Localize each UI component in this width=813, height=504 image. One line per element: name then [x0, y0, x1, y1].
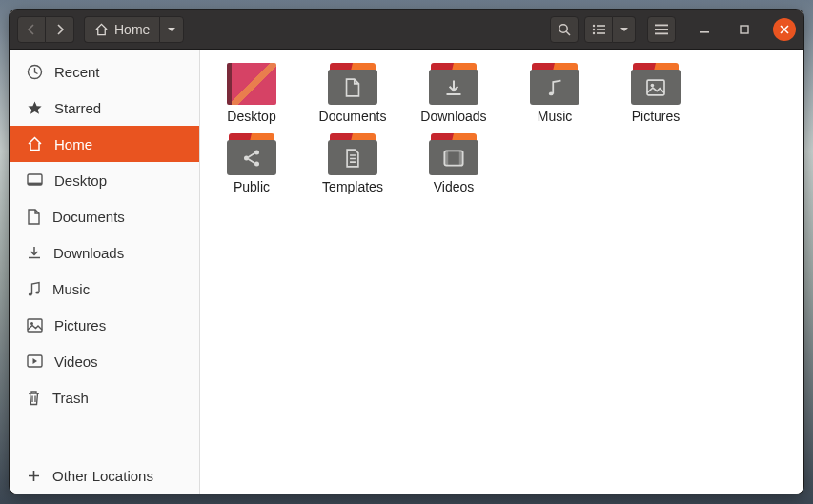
videos-icon	[27, 354, 43, 368]
sidebar-item-label: Trash	[52, 390, 89, 406]
folder-icon	[429, 63, 478, 105]
file-label: Pictures	[632, 109, 681, 124]
list-icon	[592, 24, 605, 35]
view-mode-group	[584, 16, 636, 43]
svg-rect-15	[28, 182, 42, 184]
svg-point-4	[593, 28, 595, 30]
file-item-downloads[interactable]: Downloads	[412, 63, 496, 124]
file-item-videos[interactable]: Videos	[412, 133, 496, 194]
svg-point-0	[559, 24, 567, 31]
sidebar-item-videos[interactable]: Videos	[10, 343, 199, 379]
file-label: Downloads	[420, 109, 486, 124]
download-glyph-icon	[444, 78, 463, 97]
close-icon	[780, 25, 789, 34]
svg-rect-29	[459, 151, 463, 165]
sidebar-item-documents[interactable]: Documents	[10, 198, 199, 234]
folder-icon	[631, 63, 681, 105]
sidebar-item-downloads[interactable]: Downloads	[10, 234, 199, 271]
folder-icon	[429, 133, 478, 175]
file-label: Music	[538, 109, 573, 124]
svg-point-2	[593, 24, 595, 26]
download-icon	[27, 245, 42, 260]
sidebar-item-recent[interactable]: Recent	[10, 53, 199, 90]
svg-point-6	[593, 31, 595, 33]
templates-glyph-icon	[343, 149, 362, 168]
path-dropdown-button[interactable]	[159, 16, 184, 43]
sidebar-item-label: Pictures	[54, 317, 106, 333]
sidebar-item-label: Videos	[54, 353, 98, 370]
sidebar-item-label: Other Locations	[52, 468, 153, 484]
maximize-icon	[740, 25, 749, 34]
view-dropdown-button[interactable]	[613, 16, 636, 43]
svg-rect-5	[597, 29, 605, 30]
back-button[interactable]	[17, 16, 46, 43]
titlebar: Home	[10, 10, 803, 50]
trash-icon	[27, 390, 41, 406]
svg-point-21	[549, 91, 554, 95]
videos-glyph-icon	[443, 150, 464, 167]
search-button[interactable]	[550, 16, 579, 43]
svg-rect-18	[28, 319, 42, 332]
maximize-button[interactable]	[733, 18, 756, 41]
file-item-documents[interactable]: Documents	[311, 63, 395, 124]
minimize-icon	[700, 25, 709, 34]
sidebar-item-label: Music	[52, 281, 90, 297]
file-item-pictures[interactable]: Pictures	[614, 63, 698, 124]
file-manager-window: Home	[10, 10, 803, 494]
sidebar-item-music[interactable]: Music	[10, 271, 199, 307]
sidebar-item-desktop[interactable]: Desktop	[10, 162, 199, 198]
svg-rect-28	[444, 151, 448, 165]
nav-group	[17, 16, 74, 43]
minimize-button[interactable]	[693, 18, 716, 41]
sidebar-item-starred[interactable]: Starred	[10, 90, 199, 126]
titlebar-right-group	[550, 16, 796, 43]
sidebar-item-trash[interactable]: Trash	[10, 379, 199, 415]
document-glyph-icon	[344, 78, 361, 97]
svg-point-17	[35, 291, 39, 293]
sidebar: Recent Starred Home Desktop Documents Do…	[10, 50, 200, 494]
path-bar: Home	[84, 16, 184, 43]
desktop-icon	[27, 173, 43, 188]
pictures-icon	[27, 318, 43, 333]
sidebar-item-label: Starred	[54, 100, 101, 116]
forward-button[interactable]	[46, 16, 74, 43]
svg-point-26	[254, 161, 259, 166]
file-label: Desktop	[227, 109, 275, 124]
file-label: Public	[234, 179, 270, 194]
home-icon	[94, 23, 109, 36]
plus-icon	[27, 469, 41, 483]
hamburger-menu-button[interactable]	[647, 16, 676, 43]
sidebar-item-label: Documents	[52, 209, 125, 225]
pictures-glyph-icon	[645, 79, 666, 96]
file-item-music[interactable]: Music	[513, 63, 597, 124]
file-item-desktop[interactable]: Desktop	[210, 63, 294, 124]
svg-point-25	[254, 150, 259, 154]
svg-point-23	[651, 83, 655, 87]
svg-rect-10	[655, 32, 668, 34]
path-label: Home	[114, 22, 150, 37]
desktop-folder-icon	[227, 63, 276, 105]
search-icon	[558, 23, 571, 36]
sidebar-item-other-locations[interactable]: Other Locations	[10, 457, 199, 494]
hamburger-icon	[655, 24, 668, 35]
file-item-templates[interactable]: Templates	[311, 133, 395, 194]
file-label: Templates	[322, 179, 383, 194]
chevron-left-icon	[27, 24, 36, 35]
path-home-button[interactable]: Home	[84, 16, 159, 43]
document-icon	[27, 209, 41, 225]
svg-rect-11	[700, 31, 709, 33]
star-icon	[27, 100, 43, 116]
list-view-button[interactable]	[584, 16, 613, 43]
svg-rect-9	[655, 29, 668, 30]
svg-rect-22	[647, 80, 664, 95]
sidebar-item-home[interactable]: Home	[10, 126, 199, 162]
sidebar-item-label: Recent	[54, 64, 100, 80]
svg-line-1	[566, 31, 570, 35]
music-glyph-icon	[546, 78, 563, 97]
close-button[interactable]	[773, 18, 796, 41]
svg-point-19	[30, 322, 33, 325]
sidebar-item-pictures[interactable]: Pictures	[10, 307, 199, 343]
folder-icon	[328, 63, 377, 105]
triangle-down-icon	[167, 27, 176, 32]
file-item-public[interactable]: Public	[210, 133, 294, 194]
